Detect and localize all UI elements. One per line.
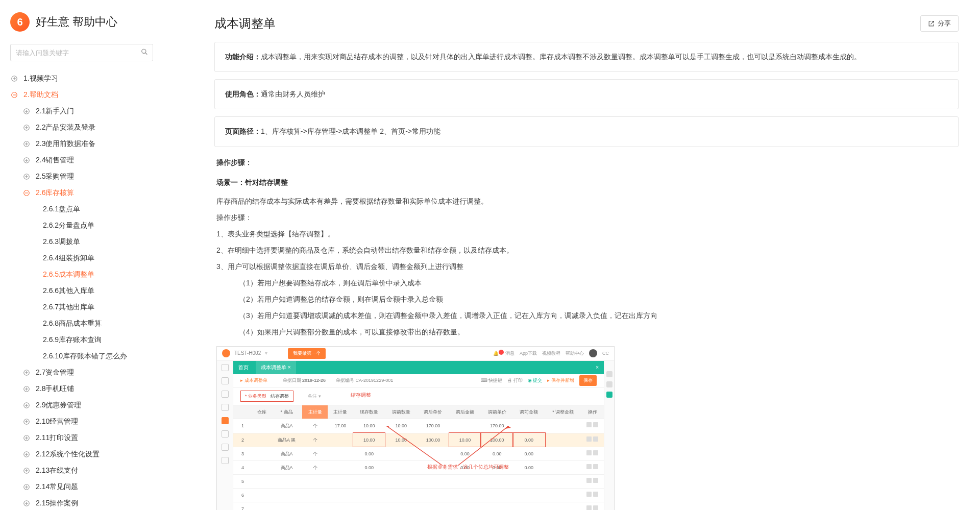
nav-item[interactable]: 2.6.1盘点单 <box>10 201 153 217</box>
nav-label: 2.13在线支付 <box>36 466 78 475</box>
minus-icon <box>22 189 31 197</box>
nav-label: 2.6.10库存账本错了怎么办 <box>43 352 127 361</box>
nav-item[interactable]: 2.6.2分量盘点单 <box>10 217 153 234</box>
nav-label: 2.2产品安装及登录 <box>36 123 95 132</box>
embedded-screenshot: TEST-H002 ▾ 我要做第一个 🔔 消息 App下载 视频教程 帮助中心 … <box>216 346 615 510</box>
ss-table: 仓库* 商品主计量主计量现存数量调前数量调后单价调后金额调前单价调前金额* 调整… <box>233 405 604 510</box>
svg-line-1 <box>145 53 148 55</box>
nav-label: 2.7资金管理 <box>36 368 74 377</box>
plus-icon <box>22 124 31 132</box>
nav-item[interactable]: 2.15操作案例 <box>10 495 153 510</box>
step2: 2、在明细中选择要调整的商品及仓库，系统会自动带出结存数量和结存金额，以及结存成… <box>216 243 959 257</box>
nav-item[interactable]: 2.14常见问题 <box>10 479 153 495</box>
nav-label: 2.3使用前数据准备 <box>36 139 95 149</box>
ss-filter: * 业务类型 结存调整 备注 ▾ 结存调整 <box>233 387 604 405</box>
nav-item[interactable]: 1.视频学习 <box>10 70 153 87</box>
ss-annotation-text: 根据业务需求，这几个位总均可调整 <box>427 463 509 472</box>
intro-label: 功能介绍： <box>225 53 261 61</box>
path-label: 页面路径： <box>225 127 261 135</box>
nav-item[interactable]: 2.6.6其他入库单 <box>10 283 153 299</box>
nav-label: 2.12系统个性化设置 <box>36 450 100 459</box>
nav-label: 2.9优惠券管理 <box>36 401 81 410</box>
nav-item[interactable]: 2.4销售管理 <box>10 152 153 168</box>
plus-icon <box>22 467 31 475</box>
nav-label: 2.6.9库存账本查询 <box>43 335 102 345</box>
nav-label: 2.6库存核算 <box>36 188 74 198</box>
nav-item[interactable]: 2.7资金管理 <box>10 365 153 381</box>
scene1-title: 场景一：针对结存调整 <box>216 176 959 189</box>
step3-1: （1）若用户想要调整结存成本，则在调后单价中录入成本 <box>216 276 959 290</box>
ss-topbar: TEST-H002 ▾ 我要做第一个 🔔 消息 App下载 视频教程 帮助中心 … <box>217 347 614 361</box>
plus-icon <box>22 450 31 458</box>
ss-avatar-icon <box>589 349 597 357</box>
nav-list: 1.视频学习2.帮助文档2.1新手入门2.2产品安装及登录2.3使用前数据准备2… <box>10 70 153 510</box>
minus-icon <box>10 91 18 99</box>
nav-item[interactable]: 2.5采购管理 <box>10 168 153 185</box>
scene1-desc: 库存商品的结存成本与实际成本有差异，需要根据结存数量和实际单位成本进行调整。 <box>216 194 959 208</box>
nav-label: 2.4销售管理 <box>36 156 74 165</box>
nav-item[interactable]: 2.1新手入门 <box>10 103 153 119</box>
plus-icon <box>22 173 31 181</box>
logo-text: 好生意 帮助中心 <box>36 14 117 30</box>
nav-label: 2.15操作案例 <box>36 499 78 508</box>
plus-icon <box>22 140 31 148</box>
logo: 6 好生意 帮助中心 <box>10 12 153 32</box>
nav-label: 2.6.4组装拆卸单 <box>43 254 94 263</box>
nav-item[interactable]: 2.11打印设置 <box>10 430 153 446</box>
step1: 1、表头业务类型选择【结存调整】。 <box>216 227 959 241</box>
nav-label: 2.6.5成本调整单 <box>43 270 94 279</box>
nav-label: 1.视频学习 <box>23 74 58 83</box>
nav-item[interactable]: 2.帮助文档 <box>10 87 153 103</box>
step3-4: （4）如果用户只调整部分数量的成本，可以直接修改带出的结存数量。 <box>216 325 959 339</box>
ss-toolbar: ▸ 成本调整单 单据日期 2019-12-26 单据编号 CA-20191229… <box>233 374 604 387</box>
step3: 3、用户可以根据调整依据直接在调后单价、调后金额、调整金额列上进行调整 <box>216 259 959 274</box>
header-row: 成本调整单 分享 <box>214 15 959 32</box>
role-box: 使用角色：通常由财务人员维护 <box>214 79 959 109</box>
ss-side-icon <box>222 430 229 438</box>
role-text: 通常由财务人员维护 <box>261 90 325 98</box>
nav-item[interactable]: 2.3使用前数据准备 <box>10 136 153 152</box>
search-wrap <box>10 44 153 61</box>
nav-item[interactable]: 2.12系统个性化设置 <box>10 446 153 463</box>
nav-item[interactable]: 2.8手机旺铺 <box>10 381 153 397</box>
nav-item[interactable]: 2.9优惠券管理 <box>10 397 153 414</box>
ss-side-icon <box>222 391 229 398</box>
nav-item[interactable]: 2.6.3调拨单 <box>10 234 153 250</box>
ss-top-code: TEST-H002 <box>234 349 261 358</box>
plus-icon <box>22 418 31 426</box>
step3-3: （3）若用户知道要调增或调减的成本差值，则在调整金额中录入差值，调增录入正值，记… <box>216 308 959 323</box>
nav-item[interactable]: 2.6.9库存账本查询 <box>10 332 153 348</box>
plus-icon <box>22 156 31 164</box>
nav-item[interactable]: 2.6.5成本调整单 <box>10 266 153 283</box>
page-title: 成本调整单 <box>214 15 276 32</box>
ss-right-strip <box>604 361 614 510</box>
nav-item[interactable]: 2.13在线支付 <box>10 463 153 479</box>
nav-item[interactable]: 2.6库存核算 <box>10 185 153 201</box>
nav-item[interactable]: 2.6.7其他出库单 <box>10 299 153 315</box>
plus-icon <box>10 75 18 83</box>
nav-label: 2.帮助文档 <box>23 90 58 100</box>
nav-item[interactable]: 2.6.10库存账本错了怎么办 <box>10 348 153 365</box>
ss-red-annotation1: 结存调整 <box>351 391 371 400</box>
path-text: 1、库存核算->库存管理->成本调整单 2、首页->常用功能 <box>261 127 440 135</box>
nav-item[interactable]: 2.2产品安装及登录 <box>10 119 153 136</box>
search-icon[interactable] <box>141 48 148 57</box>
share-button[interactable]: 分享 <box>920 15 959 32</box>
ss-side-icon <box>222 457 229 464</box>
nav-item[interactable]: 2.10经营管理 <box>10 414 153 430</box>
nav-label: 2.8手机旺铺 <box>36 384 74 394</box>
steps-label: 操作步骤： <box>216 210 959 225</box>
nav-item[interactable]: 2.6.8商品成本重算 <box>10 315 153 332</box>
ss-side-icon <box>222 444 229 451</box>
nav-label: 2.6.2分量盘点单 <box>43 221 94 230</box>
nav-label: 2.10经营管理 <box>36 417 78 426</box>
logo-icon: 6 <box>10 12 30 32</box>
ss-side-icon-active <box>222 417 229 424</box>
ss-orange-btn: 我要做第一个 <box>288 348 326 358</box>
steps-title: 操作步骤： <box>216 156 959 169</box>
nav-label: 2.14常见问题 <box>36 482 78 492</box>
close-icon: × <box>596 363 599 372</box>
nav-item[interactable]: 2.6.4组装拆卸单 <box>10 250 153 266</box>
ss-side-icon <box>222 364 229 371</box>
search-input[interactable] <box>10 44 153 61</box>
